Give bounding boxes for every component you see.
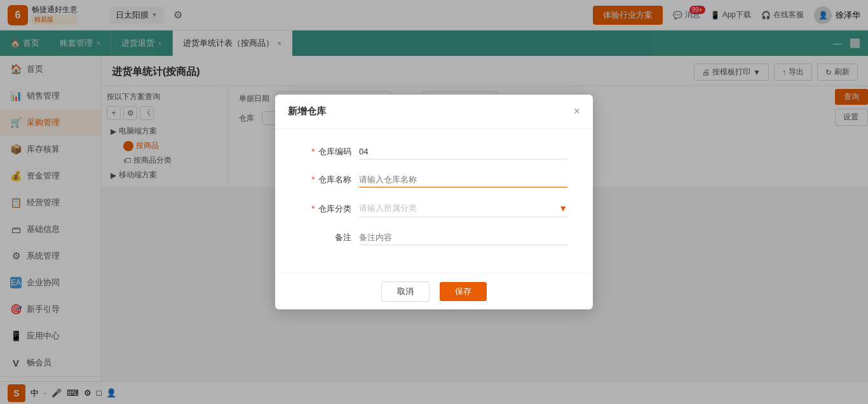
warehouse-category-select[interactable]: 请输入所属分类 ▼ [359, 200, 567, 217]
modal-footer: 取消 保存 [275, 273, 593, 309]
warehouse-name-input[interactable] [359, 172, 567, 187]
required-star-code: * [311, 147, 315, 156]
cancel-button[interactable]: 取消 [381, 281, 430, 302]
category-label: * 仓库分类 [301, 203, 351, 215]
save-button[interactable]: 保存 [440, 282, 487, 301]
modal-header: 新增仓库 × [275, 95, 593, 129]
name-label: * 仓库名称 [301, 174, 351, 185]
note-label: 备注 [301, 232, 351, 243]
required-star-name: * [311, 175, 315, 184]
form-row-name: * 仓库名称 [301, 172, 567, 187]
form-row-category: * 仓库分类 请输入所属分类 ▼ [301, 200, 567, 217]
form-row-note: 备注 [301, 230, 567, 245]
add-warehouse-modal: 新增仓库 × * 仓库编码 * 仓库名称 * 仓库分类 请输入 [275, 95, 593, 309]
modal-close-button[interactable]: × [573, 105, 580, 118]
warehouse-note-input[interactable] [359, 230, 567, 245]
code-label: * 仓库编码 [301, 146, 351, 158]
category-dropdown-icon: ▼ [559, 203, 567, 213]
category-placeholder: 请输入所属分类 [359, 203, 559, 214]
required-star-category: * [311, 204, 315, 213]
modal-body: * 仓库编码 * 仓库名称 * 仓库分类 请输入所属分类 ▼ [275, 129, 593, 273]
warehouse-code-input[interactable] [359, 144, 567, 159]
form-row-code: * 仓库编码 [301, 144, 567, 159]
modal-title: 新增仓库 [288, 105, 326, 118]
